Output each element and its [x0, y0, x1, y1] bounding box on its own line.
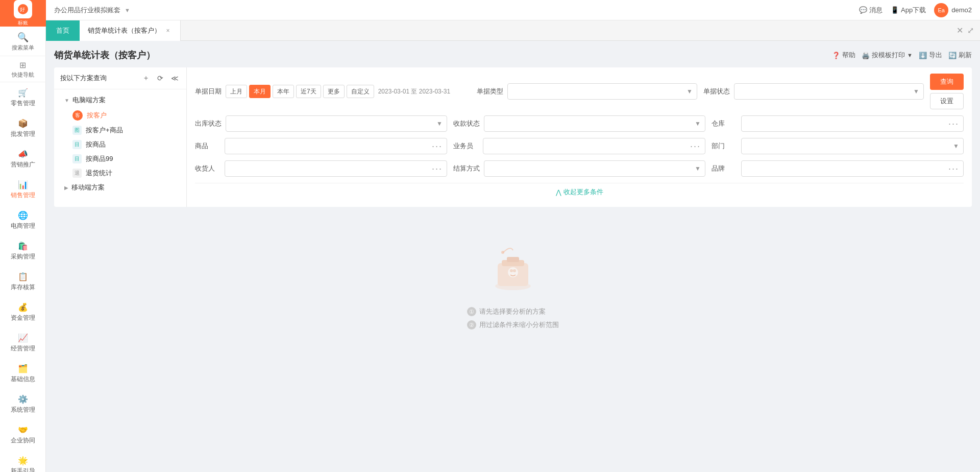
export-btn[interactable]: ⬇️ 导出 — [919, 51, 942, 60]
tab-home-label: 首页 — [56, 26, 69, 35]
tab-bar: 首页 销货单统计表（按客户） × ✕ ⤢ — [46, 20, 980, 41]
refresh-btn[interactable]: 🔄 刷新 — [948, 51, 972, 60]
filter-field-warehouse: 仓库 ··· — [712, 115, 964, 132]
receive-status-input[interactable]: ▼ — [484, 115, 705, 132]
warehouse-label: 仓库 — [712, 119, 737, 128]
order-status-input[interactable]: ▼ — [734, 83, 924, 100]
warehouse-dots: ··· — [948, 119, 959, 129]
top-header: 办公用品行业模拟账套 ▼ 💬 消息 📱 App下载 Ea demo2 — [46, 0, 980, 20]
app-logo[interactable]: 好 标账 — [0, 0, 46, 27]
empty-state: ① 请先选择要分析的方案 ② 用过滤条件来缩小分析范围 — [54, 207, 972, 364]
date-btn-thismonth[interactable]: 本月 — [249, 85, 271, 98]
sidebar-item-system[interactable]: ⚙️ 系统管理 — [0, 389, 46, 419]
page-title-bar: 销货单统计表（按客户） ❓ 帮助 🖨️ 按模板打印 ▼ ⬇️ 导出 🔄 刷新 — [54, 49, 972, 61]
empty-hint-2: ② 用过滤条件来缩小分析范围 — [467, 320, 559, 329]
tree-child-by-customer-goods[interactable]: 图 按客户+商品 — [54, 123, 186, 137]
sidebar-item-basic[interactable]: 🗂️ 基础信息 — [0, 358, 46, 389]
sidebar-item-inventory[interactable]: 📋 库存核算 — [0, 266, 46, 297]
goods-dots: ··· — [432, 141, 443, 152]
tree-section-mobile[interactable]: ▶ 移动端方案 — [54, 180, 186, 195]
sidebar: 好 标账 🔍 搜索菜单 ⊞ 快捷导航 🛒 零售管理 📦 批发管理 📣 营销推广 … — [0, 0, 46, 472]
sidebar-nav-label: 快捷导航 — [12, 71, 34, 79]
scheme-panel-header: 按以下方案查询 ＋ ⟳ ≪ — [54, 67, 186, 89]
svg-point-9 — [501, 251, 504, 254]
out-status-chevron: ▼ — [436, 120, 443, 127]
date-filter-buttons: 上月 本月 本年 近7天 更多 自定义 2023-03-01 至 2023-03… — [226, 85, 450, 98]
tree-child-by-goods[interactable]: 目 按商品 — [54, 137, 186, 152]
tab-close-icon[interactable]: × — [164, 27, 172, 35]
sidebar-item-cooperation[interactable]: 🤝 企业协同 — [0, 419, 46, 450]
close-window-icon[interactable]: ✕ — [957, 26, 963, 35]
refresh-scheme-btn[interactable]: ⟳ — [155, 73, 166, 84]
sidebar-item-retail[interactable]: 🛒 零售管理 — [0, 82, 46, 113]
filter-field-order-type: 单据类型 ▼ — [477, 83, 697, 100]
date-btn-thisyear[interactable]: 本年 — [273, 85, 294, 98]
message-btn[interactable]: 💬 消息 — [859, 6, 883, 15]
out-status-input[interactable]: ▼ — [226, 115, 447, 132]
date-btn-more[interactable]: 更多 — [323, 85, 345, 98]
sidebar-item-wholesale-label: 批发管理 — [11, 130, 35, 138]
brand-input[interactable]: ··· — [741, 160, 964, 177]
app-download-btn[interactable]: 📱 App下载 — [891, 6, 926, 15]
order-type-input[interactable]: ▼ — [507, 83, 697, 100]
help-icon: ❓ — [832, 52, 840, 59]
collapse-more-btn[interactable]: ⋀ 收起更多条件 — [195, 183, 964, 201]
sidebar-item-wholesale[interactable]: 📦 批发管理 — [0, 113, 46, 144]
date-btn-custom[interactable]: 自定义 — [347, 85, 374, 98]
query-button[interactable]: 查询 — [930, 74, 964, 90]
tree-node-desktop[interactable]: ▼ 电脑端方案 — [54, 92, 186, 108]
help-btn[interactable]: ❓ 帮助 — [832, 51, 855, 60]
sidebar-item-finance[interactable]: 💰 资金管理 — [0, 297, 46, 327]
receiver-dots: ··· — [432, 163, 443, 174]
tree-child-return-stats[interactable]: 退 退货统计 — [54, 166, 186, 180]
sidebar-quick-nav[interactable]: ⊞ 快捷导航 — [0, 56, 46, 82]
tab-home[interactable]: 首页 — [46, 20, 80, 41]
sidebar-item-marketing[interactable]: 📣 营销推广 — [0, 144, 46, 174]
sidebar-item-newbie[interactable]: 🌟 新手引导 — [0, 450, 46, 472]
order-status-chevron: ▼ — [913, 88, 919, 95]
export-label: 导出 — [929, 51, 942, 60]
sidebar-item-ecommerce[interactable]: 🌐 电商管理 — [0, 205, 46, 235]
tree-child-by-customer[interactable]: 客 按客户 — [54, 108, 186, 123]
industry-dropdown-icon[interactable]: ▼ — [125, 7, 130, 13]
sidebar-item-purchase[interactable]: 🛍️ 采购管理 — [0, 235, 46, 266]
department-input[interactable]: ▼ — [741, 138, 964, 154]
tree-arrow-mobile: ▶ — [64, 185, 68, 191]
collapse-panel-btn[interactable]: ≪ — [169, 73, 180, 84]
add-scheme-btn[interactable]: ＋ — [140, 73, 152, 84]
filter-field-receive-status: 收款状态 ▼ — [453, 115, 705, 132]
date-btn-7days[interactable]: 近7天 — [296, 85, 321, 98]
date-range-display: 2023-03-01 至 2023-03-31 — [378, 87, 450, 96]
user-info[interactable]: Ea demo2 — [934, 3, 972, 17]
sidebar-item-sales[interactable]: 📊 销售管理 — [0, 174, 46, 205]
warehouse-input[interactable]: ··· — [741, 115, 964, 132]
filter-row-4: 收货人 ··· 结算方式 ▼ 品牌 — [195, 160, 964, 177]
print-btn[interactable]: 🖨️ 按模板打印 ▼ — [862, 51, 913, 60]
tab-controls: ✕ ⤢ — [950, 26, 980, 35]
maximize-icon[interactable]: ⤢ — [967, 26, 974, 35]
goods-input[interactable]: ··· — [225, 138, 447, 154]
setting-button[interactable]: 设置 — [930, 93, 964, 109]
tree-child-by-goods99[interactable]: 目 按商品99 — [54, 152, 186, 166]
goods-label: 商品 — [195, 141, 220, 151]
order-status-label: 单据状态 — [703, 87, 730, 96]
print-dropdown-icon: ▼ — [907, 52, 913, 58]
empty-hints: ① 请先选择要分析的方案 ② 用过滤条件来缩小分析范围 — [467, 307, 559, 334]
sidebar-search[interactable]: 🔍 搜索菜单 — [0, 27, 46, 56]
sidebar-item-finance-label: 资金管理 — [11, 314, 35, 322]
settle-input[interactable]: ▼ — [484, 160, 705, 177]
salesperson-input[interactable]: ··· — [483, 138, 705, 154]
main-content: 办公用品行业模拟账套 ▼ 💬 消息 📱 App下载 Ea demo2 首页 — [46, 0, 980, 472]
receiver-input[interactable]: ··· — [225, 160, 447, 177]
collapse-icon: ⋀ — [556, 188, 561, 196]
date-btn-lastmonth[interactable]: 上月 — [226, 85, 247, 98]
scheme-panel: 按以下方案查询 ＋ ⟳ ≪ ▼ 电脑端方案 客 按客户 — [54, 67, 187, 207]
svg-point-8 — [513, 269, 516, 272]
svg-point-7 — [510, 269, 513, 272]
empty-hint-2-text: 用过滤条件来缩小分析范围 — [479, 320, 559, 329]
avatar: Ea — [934, 3, 948, 17]
tab-sales-stats[interactable]: 销货单统计表（按客户） × — [80, 20, 181, 41]
sidebar-item-newbie-label: 新手引导 — [11, 467, 35, 472]
sidebar-item-operation[interactable]: 📈 经营管理 — [0, 327, 46, 358]
industry-selector[interactable]: 办公用品行业模拟账套 ▼ — [54, 6, 130, 15]
